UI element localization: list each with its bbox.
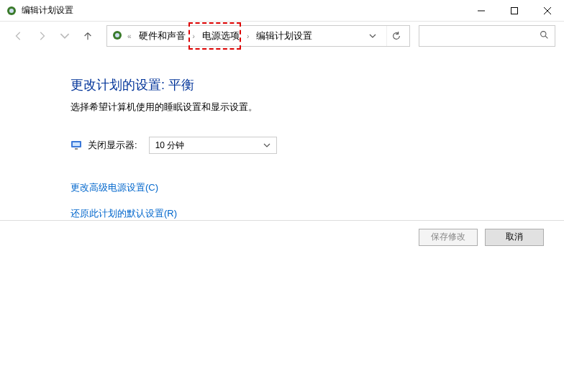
search-icon[interactable] [540,30,549,42]
forward-button[interactable] [32,26,52,46]
app-icon [6,5,17,17]
breadcrumb-power-options[interactable]: 电源选项 [199,28,242,44]
breadcrumb-hardware-sound[interactable]: 硬件和声音 [136,28,188,44]
minimize-button[interactable] [465,0,498,22]
svg-rect-3 [511,7,518,14]
chevron-down-icon [263,142,270,149]
svg-point-7 [115,33,119,37]
cancel-button[interactable]: 取消 [485,229,544,246]
page-title: 更改计划的设置: 平衡 [70,76,564,94]
content-area: 更改计划的设置: 平衡 选择希望计算机使用的睡眠设置和显示设置。 关闭显示器: … [0,50,564,220]
close-button[interactable] [531,0,564,22]
page-subtext: 选择希望计算机使用的睡眠设置和显示设置。 [70,101,564,114]
search-box[interactable] [419,25,555,47]
svg-point-8 [541,32,546,37]
back-button[interactable] [9,26,29,46]
svg-point-1 [9,9,14,13]
setting-turn-off-display: 关闭显示器: 10 分钟 [70,137,564,154]
chevron-right-icon: › [193,32,195,40]
maximize-button[interactable] [498,0,531,22]
bottom-bar: 保存修改 取消 [0,220,564,253]
turn-off-display-select[interactable]: 10 分钟 [149,137,277,154]
breadcrumb-edit-plan[interactable]: 编辑计划设置 [253,28,315,44]
link-restore-defaults[interactable]: 还原此计划的默认设置(R) [70,207,564,220]
svg-rect-12 [75,148,78,150]
address-dropdown[interactable] [363,32,382,40]
nav-row: « 硬件和声音 › 电源选项 › 编辑计划设置 [0,22,564,50]
link-advanced-power-settings[interactable]: 更改高级电源设置(C) [70,181,564,194]
monitor-icon [70,140,82,151]
address-bar[interactable]: « 硬件和声音 › 电源选项 › 编辑计划设置 [106,25,410,47]
turn-off-display-label: 关闭显示器: [88,139,137,152]
recent-dropdown[interactable] [55,26,75,46]
control-panel-icon [112,29,123,43]
search-input[interactable] [425,31,540,41]
refresh-button[interactable] [386,26,405,46]
turn-off-display-value: 10 分钟 [155,140,185,152]
save-button[interactable]: 保存修改 [419,229,478,246]
titlebar: 编辑计划设置 [0,0,564,22]
svg-rect-11 [73,142,80,146]
svg-line-9 [545,36,547,38]
breadcrumb-overflow-icon[interactable]: « [127,32,132,40]
window-title: 编辑计划设置 [22,4,465,17]
up-button[interactable] [78,26,98,46]
chevron-right-icon: › [247,32,249,40]
